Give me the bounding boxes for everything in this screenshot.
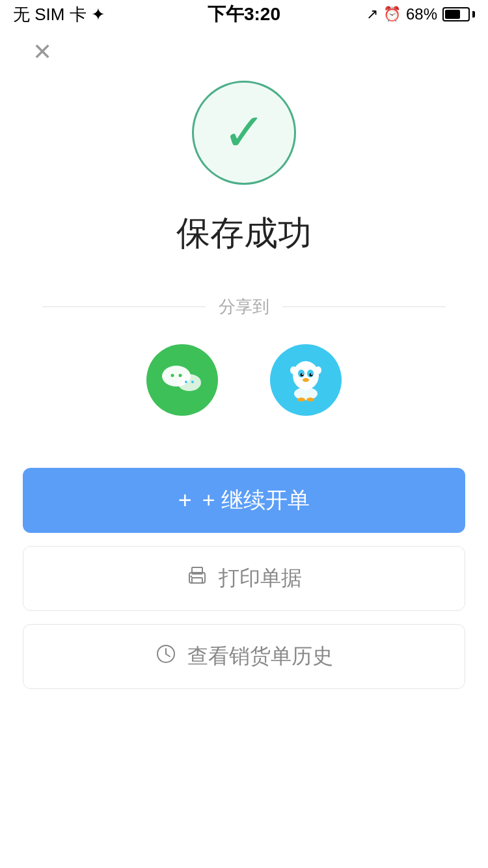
- checkmark-icon: ✓: [223, 107, 266, 159]
- svg-point-2: [171, 374, 174, 377]
- svg-point-14: [311, 373, 312, 375]
- clock-icon: [155, 643, 177, 670]
- main-content: ✓ 保存成功 分享到: [0, 29, 488, 689]
- battery-icon: [442, 7, 475, 21]
- svg-point-4: [185, 381, 187, 383]
- success-title: 保存成功: [176, 211, 312, 256]
- svg-rect-21: [192, 578, 202, 583]
- svg-point-11: [301, 373, 304, 377]
- plus-icon: +: [178, 487, 192, 514]
- share-divider: 分享到: [42, 295, 446, 318]
- action-buttons: + + 继续开单 打印单据 查看销货单: [23, 468, 465, 689]
- divider-left: [42, 306, 206, 307]
- battery-percent: 68%: [406, 5, 437, 23]
- wechat-share-button[interactable]: [146, 344, 218, 416]
- svg-line-25: [166, 654, 170, 657]
- svg-point-18: [306, 398, 314, 401]
- qq-icon: [287, 359, 325, 401]
- svg-point-8: [315, 366, 321, 374]
- continue-order-button[interactable]: + + 继续开单: [23, 468, 465, 533]
- success-circle: ✓: [192, 81, 296, 185]
- close-button[interactable]: ✕: [26, 36, 59, 68]
- svg-point-6: [293, 361, 319, 390]
- close-icon: ✕: [33, 38, 52, 66]
- share-label: 分享到: [206, 295, 282, 318]
- status-bar: 无 SIM 卡 ✦ 下午3:20 ↗ ⏰ 68%: [0, 0, 488, 29]
- svg-point-22: [191, 576, 193, 578]
- svg-point-3: [179, 374, 182, 377]
- print-label: 打印单据: [219, 564, 302, 593]
- qq-share-button[interactable]: [270, 344, 342, 416]
- svg-point-7: [290, 366, 297, 374]
- status-right: ↗ ⏰ 68%: [366, 5, 475, 23]
- continue-order-label: + 继续开单: [202, 485, 310, 515]
- svg-point-16: [294, 387, 318, 400]
- printer-icon: [186, 565, 208, 592]
- print-button[interactable]: 打印单据: [23, 546, 465, 611]
- svg-point-5: [191, 381, 194, 383]
- alarm-icon: ⏰: [383, 6, 401, 23]
- sim-status: 无 SIM 卡 ✦: [13, 3, 105, 26]
- status-left: 无 SIM 卡 ✦: [13, 3, 105, 26]
- svg-point-15: [303, 378, 309, 382]
- history-button[interactable]: 查看销货单历史: [23, 624, 465, 689]
- svg-point-17: [297, 398, 305, 401]
- share-icons: [146, 344, 342, 416]
- history-label: 查看销货单历史: [187, 642, 333, 671]
- direction-icon: ↗: [366, 6, 378, 23]
- svg-point-12: [310, 373, 313, 377]
- status-time: 下午3:20: [208, 2, 280, 27]
- divider-right: [282, 306, 446, 307]
- svg-point-13: [302, 373, 303, 375]
- wechat-icon: [161, 362, 204, 398]
